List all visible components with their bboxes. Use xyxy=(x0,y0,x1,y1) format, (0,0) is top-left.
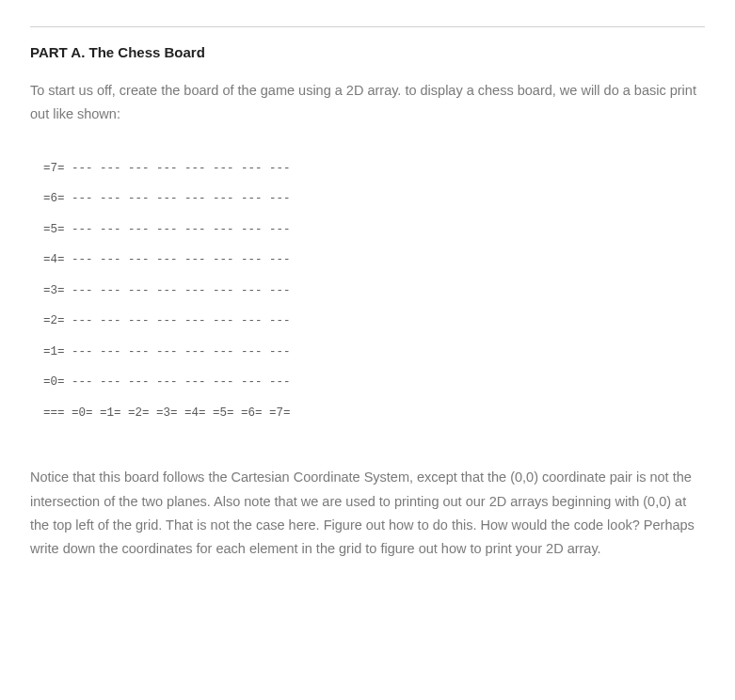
board-row: =2= --- --- --- --- --- --- --- --- xyxy=(43,314,291,327)
outro-paragraph: Notice that this board follows the Carte… xyxy=(30,466,705,562)
board-row: =1= --- --- --- --- --- --- --- --- xyxy=(43,345,291,358)
chess-board-output: =7= --- --- --- --- --- --- --- --- =6= … xyxy=(43,153,705,429)
board-row: =6= --- --- --- --- --- --- --- --- xyxy=(43,192,291,205)
intro-paragraph: To start us off, create the board of the… xyxy=(30,79,705,127)
board-row: =5= --- --- --- --- --- --- --- --- xyxy=(43,223,291,236)
board-row: =4= --- --- --- --- --- --- --- --- xyxy=(43,253,291,266)
board-row: =7= --- --- --- --- --- --- --- --- xyxy=(43,162,291,175)
section-heading: PART A. The Chess Board xyxy=(30,44,705,60)
horizontal-rule xyxy=(30,26,705,27)
board-row-axis: === =0= =1= =2= =3= =4= =5= =6= =7= xyxy=(43,406,291,420)
board-row: =0= --- --- --- --- --- --- --- --- xyxy=(43,375,291,389)
board-row: =3= --- --- --- --- --- --- --- --- xyxy=(43,284,291,297)
